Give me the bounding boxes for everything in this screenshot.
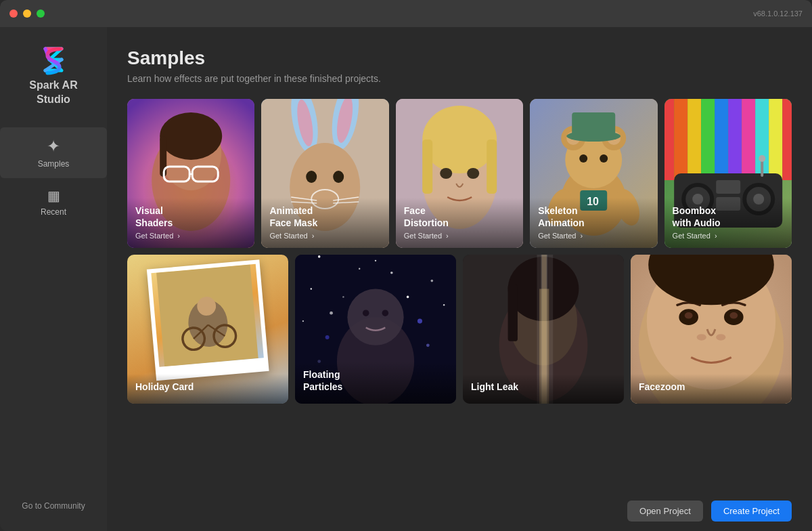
- sidebar-item-label: Recent: [41, 207, 66, 217]
- svg-point-38: [579, 154, 587, 163]
- maximize-button[interactable]: [37, 9, 45, 18]
- sidebar-nav: ✦ Samples ▦ Recent: [0, 127, 107, 226]
- close-button[interactable]: [9, 9, 18, 18]
- svg-rect-62: [716, 180, 740, 194]
- svg-point-16: [334, 171, 344, 183]
- svg-point-92: [325, 335, 330, 339]
- svg-point-82: [330, 312, 333, 315]
- card-cta[interactable]: Get Started ›: [269, 232, 380, 240]
- sidebar-item-recent[interactable]: ▦ Recent: [0, 178, 107, 226]
- card-title: SkeletonAnimation: [538, 205, 649, 229]
- svg-point-90: [418, 319, 422, 324]
- app-name: Spark AR Studio: [29, 79, 77, 107]
- app-body: Spark AR Studio ✦ Samples ▦ Recent Go to…: [0, 27, 812, 531]
- svg-rect-98: [508, 285, 518, 341]
- card-title: VisualShaders: [135, 205, 246, 229]
- samples-grid: VisualShaders Get Started ›: [127, 99, 792, 491]
- svg-rect-53: [769, 99, 782, 180]
- sample-card-skeleton-animation[interactable]: 10 SkeletonAnimation Get Started ›: [530, 99, 657, 248]
- sidebar-item-samples[interactable]: ✦ Samples: [0, 127, 107, 178]
- recent-icon: ▦: [47, 188, 60, 204]
- svg-point-28: [467, 168, 479, 179]
- card-text-animated-face-mask: AnimatedFace Mask Get Started ›: [261, 198, 388, 248]
- svg-rect-46: [674, 99, 687, 180]
- card-title: Boomboxwith Audio: [673, 205, 784, 229]
- svg-point-84: [302, 320, 304, 322]
- svg-point-27: [440, 168, 452, 179]
- card-title: Light Leak: [471, 381, 616, 393]
- sidebar-bottom: Go to Community: [0, 494, 107, 531]
- svg-rect-37: [572, 112, 615, 138]
- sample-card-boombox-audio[interactable]: Boomboxwith Audio Get Started ›: [664, 99, 792, 248]
- samples-icon: ✦: [47, 137, 60, 156]
- bottom-bar: Open Project Create Project: [127, 491, 792, 531]
- create-project-button[interactable]: Create Project: [711, 501, 792, 522]
- card-text-holiday-card: Holiday Card: [127, 374, 288, 404]
- card-cta[interactable]: Get Started ›: [673, 232, 784, 240]
- svg-point-39: [600, 154, 608, 163]
- card-title: Facezoom: [639, 381, 784, 393]
- card-text-skeleton-animation: SkeletonAnimation Get Started ›: [530, 198, 657, 248]
- card-text-visual-shaders: VisualShaders Get Started ›: [127, 198, 254, 248]
- sidebar-item-label: Samples: [38, 159, 70, 169]
- svg-point-111: [716, 334, 725, 341]
- go-to-community-button[interactable]: Go to Community: [0, 494, 107, 517]
- svg-point-110: [697, 334, 706, 341]
- samples-row2: Holiday Card: [127, 255, 792, 404]
- card-cta[interactable]: Get Started ›: [135, 232, 246, 240]
- samples-row1: VisualShaders Get Started ›: [127, 99, 792, 248]
- sidebar: Spark AR Studio ✦ Samples ▦ Recent Go to…: [0, 27, 107, 531]
- svg-point-74: [318, 255, 321, 258]
- svg-point-78: [311, 288, 312, 289]
- sample-card-facezoom[interactable]: Facezoom: [631, 255, 792, 404]
- svg-point-77: [431, 280, 434, 282]
- sample-card-holiday-card[interactable]: Holiday Card: [127, 255, 288, 404]
- page-title: Samples: [127, 47, 792, 69]
- card-text-light-leak: Light Leak: [463, 374, 624, 404]
- svg-point-79: [390, 272, 393, 274]
- card-title: FaceDistortion: [404, 205, 515, 229]
- polaroid-image: [151, 264, 263, 367]
- svg-point-91: [426, 343, 430, 347]
- svg-rect-64: [761, 160, 763, 177]
- version-label: v68.1.0.12.137: [753, 9, 803, 18]
- main-content: Samples Learn how effects are put togeth…: [107, 27, 812, 531]
- open-project-button[interactable]: Open Project: [627, 501, 703, 522]
- svg-point-108: [685, 312, 693, 319]
- app-logo: [35, 41, 72, 79]
- svg-rect-49: [715, 99, 728, 180]
- svg-rect-26: [487, 140, 497, 194]
- card-title: Holiday Card: [135, 381, 280, 393]
- svg-point-109: [729, 312, 738, 319]
- svg-point-24: [422, 106, 497, 173]
- svg-point-89: [382, 310, 389, 316]
- card-text-boombox-audio: Boomboxwith Audio Get Started ›: [664, 198, 792, 248]
- card-cta[interactable]: Get Started ›: [404, 232, 515, 240]
- sample-card-animated-face-mask[interactable]: AnimatedFace Mask Get Started ›: [261, 99, 388, 248]
- card-text-floating-particles: FloatingParticles: [295, 362, 456, 404]
- card-title: FloatingParticles: [303, 368, 448, 393]
- svg-rect-54: [782, 99, 792, 180]
- svg-rect-48: [701, 99, 715, 180]
- svg-rect-50: [728, 99, 742, 180]
- minimize-button[interactable]: [23, 9, 31, 18]
- svg-rect-51: [742, 99, 755, 180]
- card-cta[interactable]: Get Started ›: [538, 232, 649, 240]
- svg-point-87: [347, 289, 403, 345]
- svg-point-15: [307, 171, 317, 183]
- svg-rect-25: [422, 140, 432, 194]
- svg-point-75: [359, 268, 360, 270]
- svg-rect-45: [664, 99, 674, 180]
- sample-card-floating-particles[interactable]: FloatingParticles: [295, 255, 456, 404]
- svg-point-80: [342, 296, 344, 297]
- page-subtitle: Learn how effects are put together in th…: [127, 73, 792, 84]
- sample-card-visual-shaders[interactable]: VisualShaders Get Started ›: [127, 99, 254, 248]
- svg-point-81: [443, 304, 445, 305]
- card-title: AnimatedFace Mask: [269, 205, 380, 229]
- sample-card-face-distortion[interactable]: FaceDistortion Get Started ›: [396, 99, 523, 248]
- polaroid-frame: [147, 259, 269, 381]
- svg-point-88: [363, 310, 369, 316]
- sample-card-light-leak[interactable]: Light Leak: [463, 255, 624, 404]
- svg-rect-47: [687, 99, 701, 180]
- svg-point-83: [407, 296, 409, 299]
